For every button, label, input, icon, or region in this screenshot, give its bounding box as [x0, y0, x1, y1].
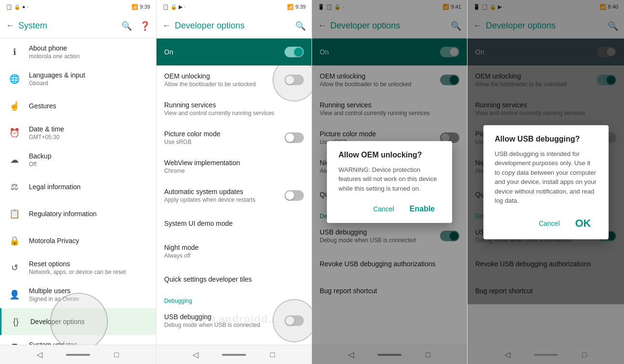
usb-item-middle[interactable]: USB debugging Debug mode when USB is con…	[156, 306, 312, 335]
sidebar-item-users[interactable]: 👤 Multiple users Signed in as Owner	[0, 281, 156, 308]
gestures-title: Gestures	[29, 102, 148, 110]
wifi-middle: 📶	[287, 4, 294, 10]
usb-dialog: Allow USB debugging? USB debugging is in…	[483, 125, 609, 239]
right1-panel: 📱 📋 🔒 · 📶 9:41 ← Developer options 🔍 On	[312, 0, 468, 364]
languages-icon: 🌐	[8, 72, 21, 86]
usb-subtitle-middle: Debug mode when USB is connected	[164, 322, 285, 328]
notification-icons: 📋 🔒 ● ·	[6, 4, 28, 10]
autoupdate-subtitle-middle: Apply updates when device restarts	[164, 196, 285, 203]
sidebar-list: ℹ About phone motorola one action 🌐 Lang…	[0, 39, 156, 345]
reset-title: Reset options	[29, 260, 148, 268]
middle-panel: 📋 🔒 ▶ · 📶 9:39 ← Developer options 🔍 On …	[156, 0, 312, 364]
usb-dialog-overlay: Allow USB debugging? USB debugging is in…	[468, 0, 624, 364]
backup-title: Backup	[29, 152, 148, 160]
nav-bar-left: ◁ □	[0, 345, 156, 364]
right-panels: 📱 📋 🔒 · 📶 9:41 ← Developer options 🔍 On	[312, 0, 624, 364]
backup-icon: ☁	[8, 153, 21, 167]
usb-dialog-title: Allow USB debugging?	[495, 135, 597, 143]
motorola-title: Motorola Privacy	[29, 237, 148, 245]
oem-enable-button[interactable]: Enable	[404, 201, 441, 217]
back-button-middle[interactable]: ←	[162, 21, 171, 31]
autoupdate-item-middle[interactable]: Automatic system updates Apply updates w…	[156, 181, 312, 210]
nav-recents-left[interactable]: □	[109, 348, 124, 362]
sidebar-item-datetime[interactable]: ⏰ Date & time GMT+05:30	[0, 119, 156, 146]
debugging-header-middle: Debugging	[156, 293, 312, 306]
sidebar-item-motorola[interactable]: 🔒 Motorola Privacy	[0, 227, 156, 254]
status-bar-middle: 📋 🔒 ▶ · 📶 9:39	[156, 0, 312, 13]
status-icons-middle: 📋 🔒 ▶ ·	[162, 4, 185, 10]
about-icon: ℹ	[8, 45, 21, 59]
datetime-subtitle: GMT+05:30	[29, 134, 148, 141]
demo-item-middle[interactable]: System UI demo mode	[156, 210, 312, 237]
nav-recents-middle[interactable]: □	[265, 348, 280, 362]
datetime-title: Date & time	[29, 125, 148, 133]
nav-back-left[interactable]: ◁	[32, 348, 47, 362]
night-subtitle-middle: Always off	[164, 252, 304, 259]
sidebar-item-regulatory[interactable]: 📋 Regulatory information	[0, 200, 156, 227]
help-icon-left[interactable]: ❓	[140, 21, 150, 31]
reset-icon: ↺	[8, 261, 21, 274]
oem-dialog: Allow OEM unlocking? WARNING: Device pro…	[327, 141, 452, 223]
sidebar-item-system[interactable]: 📱 System updates Updated to Android 9	[0, 335, 156, 345]
running-subtitle-middle: View and control currently running servi…	[164, 110, 304, 117]
nav-home-middle[interactable]	[222, 354, 246, 356]
users-title: Multiple users	[29, 287, 148, 295]
system-title: System updates	[29, 341, 148, 345]
usb-title-middle: USB debugging	[164, 313, 285, 321]
sidebar-item-developer[interactable]: {} Developer options	[0, 308, 156, 335]
search-icon-left[interactable]: 🔍	[121, 21, 132, 31]
status-time-left: 📶 9:39	[131, 4, 150, 10]
oem-title-middle: OEM unlocking	[164, 72, 285, 80]
oem-dialog-title: Allow OEM unlocking?	[338, 151, 441, 159]
app-bar-middle: ← Developer options 🔍	[156, 13, 312, 39]
usb-ok-button[interactable]: OK	[570, 213, 597, 234]
sidebar-item-reset[interactable]: ↺ Reset options Network, apps, or device…	[0, 254, 156, 281]
webview-title-middle: WebView implementation	[164, 159, 304, 167]
sidebar-item-languages[interactable]: 🌐 Languages & input Gboard	[0, 65, 156, 92]
night-item-middle[interactable]: Night mode Always off	[156, 237, 312, 266]
nav-back-middle[interactable]: ◁	[188, 348, 203, 362]
legal-icon: ⚖	[8, 180, 21, 194]
webview-item-middle[interactable]: WebView implementation Chrome	[156, 152, 312, 181]
autoupdate-toggle-middle[interactable]	[285, 190, 304, 201]
oem-cancel-button[interactable]: Cancel	[367, 201, 400, 217]
time-middle: 9:39	[296, 4, 306, 10]
users-subtitle: Signed in as Owner	[29, 296, 148, 302]
revoke-item-middle[interactable]: Revoke USB debugging authorizations	[156, 335, 312, 345]
middle-settings-list: OEM unlocking Allow the bootloader to be…	[156, 65, 312, 345]
sidebar-item-backup[interactable]: ☁ Backup Off	[0, 146, 156, 173]
app-bar-left: ← System 🔍 ❓	[0, 13, 156, 39]
color-title-middle: Picture color mode	[164, 130, 285, 138]
nav-home-left[interactable]	[66, 354, 90, 356]
sidebar-item-gestures[interactable]: ☝ Gestures	[0, 92, 156, 119]
status-bar-left: 📋 🔒 ● · 📶 9:39	[0, 0, 156, 13]
color-toggle-middle[interactable]	[285, 132, 304, 143]
languages-title: Languages & input	[29, 71, 148, 79]
running-item-middle[interactable]: Running services View and control curren…	[156, 94, 312, 123]
usb-toggle-middle[interactable]	[285, 315, 304, 326]
oem-item-middle[interactable]: OEM unlocking Allow the bootloader to be…	[156, 65, 312, 94]
color-subtitle-middle: Use sRGB	[164, 139, 285, 145]
oem-subtitle-middle: Allow the bootloader to be unlocked	[164, 81, 285, 88]
app-bar-icons-left: 🔍 ❓	[121, 21, 150, 31]
motorola-icon: 🔒	[8, 234, 21, 247]
color-item-middle[interactable]: Picture color mode Use sRGB	[156, 123, 312, 152]
oem-toggle-middle[interactable]	[285, 75, 304, 85]
oem-dialog-body: WARNING: Device protection features will…	[338, 165, 441, 194]
dev-toggle-middle[interactable]	[285, 47, 304, 57]
backup-subtitle: Off	[29, 161, 148, 168]
time-left: 9:39	[140, 4, 150, 10]
sidebar-item-legal[interactable]: ⚖ Legal information	[0, 173, 156, 200]
webview-subtitle-middle: Chrome	[164, 168, 304, 174]
back-button-left[interactable]: ←	[6, 21, 14, 31]
users-icon: 👤	[8, 288, 21, 301]
dev-on-header-middle: On	[156, 39, 312, 65]
usb-cancel-button[interactable]: Cancel	[533, 213, 566, 234]
gestures-icon: ☝	[8, 99, 21, 113]
legal-title: Legal information	[29, 183, 148, 191]
sidebar-item-about[interactable]: ℹ About phone motorola one action	[0, 39, 156, 65]
search-icon-middle[interactable]: 🔍	[295, 21, 306, 31]
reset-subtitle: Network, apps, or device can be reset	[29, 269, 148, 275]
night-title-middle: Night mode	[164, 244, 304, 251]
quicktiles-item-middle[interactable]: Quick settings developer tiles	[156, 266, 312, 293]
